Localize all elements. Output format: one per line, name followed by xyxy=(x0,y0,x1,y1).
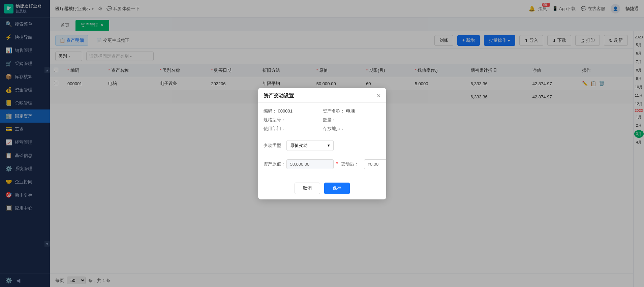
dept-label: 使用部门： xyxy=(264,126,285,132)
required-star: * xyxy=(336,161,338,167)
dialog-spec-field: 规格型号： xyxy=(264,117,321,123)
dialog-divider-2 xyxy=(264,155,381,155)
asset-name-value: 电脑 xyxy=(346,108,355,114)
dialog-location-field: 存放地点： xyxy=(323,126,381,132)
dialog-code-field: 编码： 000001 xyxy=(264,108,321,114)
change-type-arrow-icon: ▾ xyxy=(328,143,330,148)
after-change-label: 变动后： xyxy=(341,161,361,167)
code-label: 编码： xyxy=(264,108,277,114)
dialog-footer: 取消 保存 xyxy=(258,179,386,199)
dialog-info-grid: 编码： 000001 资产名称： 电脑 规格型号： 数量： 使用部门： xyxy=(264,108,381,132)
save-button[interactable]: 保存 xyxy=(324,183,350,194)
dialog-title: 资产变动设置 xyxy=(264,93,294,99)
code-value: 000001 xyxy=(278,108,293,114)
dialog-close-icon[interactable]: ✕ xyxy=(376,93,381,99)
change-type-label: 变动类型 xyxy=(264,142,284,149)
dialog-body: 编码： 000001 资产名称： 电脑 规格型号： 数量： 使用部门： xyxy=(258,103,386,179)
quantity-label: 数量： xyxy=(323,117,336,123)
change-type-value: 原值变动 xyxy=(290,142,308,149)
after-change-input[interactable] xyxy=(364,159,386,169)
asset-original-label: 资产原值： xyxy=(264,161,284,167)
dialog-asset-name-field: 资产名称： 电脑 xyxy=(323,108,381,114)
spec-label: 规格型号： xyxy=(264,117,285,123)
change-type-row: 变动类型 原值变动 ▾ xyxy=(264,140,381,151)
dialog-dept-field: 使用部门： xyxy=(264,126,321,132)
change-type-select[interactable]: 原值变动 ▾ xyxy=(286,140,334,151)
dialog-divider-1 xyxy=(264,136,381,136)
cancel-button[interactable]: 取消 xyxy=(295,183,320,194)
dialog-header: 资产变动设置 ✕ xyxy=(258,88,386,103)
dialog-quantity-field: 数量： xyxy=(323,117,381,123)
asset-original-row: 资产原值： * 变动后： xyxy=(264,159,381,169)
asset-name-label: 资产名称： xyxy=(323,108,345,114)
location-label: 存放地点： xyxy=(323,126,345,132)
modal-overlay: 资产变动设置 ✕ 编码： 000001 资产名称： 电脑 规格型号： 数量： xyxy=(0,0,644,287)
asset-original-input[interactable] xyxy=(286,159,334,169)
asset-change-dialog: 资产变动设置 ✕ 编码： 000001 资产名称： 电脑 规格型号： 数量： xyxy=(258,88,386,199)
